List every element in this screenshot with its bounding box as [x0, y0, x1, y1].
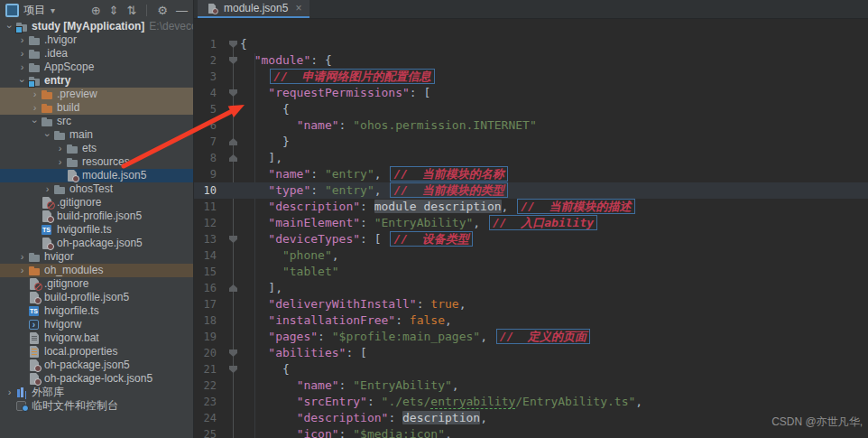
code-line-5[interactable]: 5 { — [194, 101, 868, 117]
chevron-collapsed-icon[interactable]: › — [16, 33, 28, 47]
tree-row-oh-package.json5[interactable]: oh-package.json5 — [0, 359, 193, 372]
close-icon[interactable]: × — [295, 2, 301, 14]
gutter-fold-column — [217, 312, 240, 329]
code-line-9[interactable]: 9 "name": "entry", // 当前模块的名称 — [194, 166, 868, 182]
folder-icon — [41, 116, 54, 127]
chevron-collapsed-icon[interactable]: › — [4, 386, 15, 399]
code-area[interactable]: 1{2 "module": {3 // 申请网络图片的配置信息4 "reques… — [194, 19, 868, 438]
fold-marker-icon[interactable] — [229, 366, 237, 373]
tree-row--[interactable]: 临时文件和控制台 — [0, 399, 193, 413]
tree-row-build-profile.json5[interactable]: build-profile.json5 — [0, 210, 193, 223]
fold-marker-icon[interactable] — [229, 89, 237, 97]
chevron-expanded-icon[interactable]: › — [28, 116, 42, 127]
tree-row-.gitignore[interactable]: .gitignore — [0, 196, 193, 210]
tree-row-ohosTest[interactable]: ›ohosTest — [0, 182, 193, 196]
tree-row-.hvigor[interactable]: ›.hvigor — [0, 33, 193, 47]
code-line-12[interactable]: 12 "mainElement": "EntryAbility", // 入口a… — [194, 215, 868, 231]
tree-row-study-MyApplication-[interactable]: ›study [MyApplication]E:\deveco\study — [0, 20, 193, 33]
code-line-16[interactable]: 16 ], — [194, 280, 868, 296]
code-line-14[interactable]: 14 "phone", — [194, 247, 868, 264]
tree-row-build[interactable]: ›build — [0, 101, 193, 115]
chevron-collapsed-icon[interactable]: › — [16, 264, 28, 277]
tree-row-hvigorfile.ts[interactable]: hvigorfile.ts — [0, 304, 193, 318]
chevron-expanded-icon[interactable]: › — [15, 75, 29, 87]
chevron-down-icon[interactable]: ▾ — [51, 5, 55, 15]
tree-row-hvigorw[interactable]: hvigorw — [0, 318, 193, 331]
tree-row--[interactable]: ›外部库 — [0, 386, 193, 399]
code-line-24[interactable]: 24 "description": description, — [194, 410, 868, 426]
tree-row-oh_modules[interactable]: ›oh_modules — [0, 264, 193, 277]
chevron-collapsed-icon[interactable]: › — [16, 47, 28, 61]
chevron-collapsed-icon[interactable]: › — [42, 182, 53, 196]
code-token: : — [310, 167, 325, 181]
tree-row-hvigorfile.ts[interactable]: hvigorfile.ts — [0, 223, 193, 237]
tree-row-oh-package.json5[interactable]: oh-package.json5 — [0, 237, 193, 250]
fold-marker-icon[interactable] — [229, 57, 237, 64]
code-line-10[interactable]: 10 "type": "entry", // 当前模块的类型 — [194, 182, 868, 199]
code-line-23[interactable]: 23 "srcEntry": "./ets/entryability/Entry… — [194, 394, 868, 410]
locate-icon[interactable]: ⊕ — [91, 4, 101, 17]
code-token — [240, 265, 282, 278]
tree-row-AppScope[interactable]: ›AppScope — [0, 61, 193, 74]
fold-marker-icon[interactable] — [229, 138, 237, 145]
code-line-22[interactable]: 22 "name": "EntryAbility", — [194, 377, 868, 394]
code-line-21[interactable]: 21 { — [194, 361, 868, 377]
code-line-17[interactable]: 17 "deliveryWithInstall": true, — [194, 296, 868, 312]
fold-marker-icon[interactable] — [229, 284, 237, 292]
json5-icon — [41, 238, 54, 249]
tree-row-label: 外部库 — [32, 386, 64, 399]
tree-row-oh-package-lock.json5[interactable]: oh-package-lock.json5 — [0, 372, 193, 386]
fold-marker-icon[interactable] — [229, 154, 237, 162]
code-line-2[interactable]: 2 "module": { — [194, 52, 868, 69]
code-token: , — [480, 330, 494, 343]
tree-row-hvigorw.bat[interactable]: hvigorw.bat — [0, 331, 193, 345]
tree-row-label: .preview — [57, 88, 97, 101]
code-line-4[interactable]: 4 "requestPermissions": [ — [194, 85, 868, 101]
code-line-8[interactable]: 8 ], — [194, 150, 868, 166]
code-line-25[interactable]: 25 "icon": "$media:icon", — [194, 426, 868, 438]
chevron-expanded-icon[interactable]: › — [3, 21, 16, 33]
tree-row-.gitignore[interactable]: .gitignore — [0, 277, 193, 291]
expand-all-icon[interactable]: ⇕ — [109, 4, 119, 17]
chevron-collapsed-icon[interactable]: › — [16, 61, 28, 74]
tree-row-ets[interactable]: ›ets — [0, 142, 193, 155]
tree-row-build-profile.json5[interactable]: build-profile.json5 — [0, 291, 193, 304]
code-line-7[interactable]: 7 } — [194, 134, 868, 150]
chevron-collapsed-icon[interactable]: › — [29, 101, 41, 115]
code-line-15[interactable]: 15 "tablet" — [194, 264, 868, 280]
tree-row-.idea[interactable]: ›.idea — [0, 47, 193, 61]
code-line-13[interactable]: 13 "deviceTypes": [ // 设备类型 — [194, 231, 868, 247]
chevron-collapsed-icon[interactable]: › — [29, 88, 41, 101]
fold-marker-icon[interactable] — [229, 349, 237, 357]
code-line-19[interactable]: 19 "pages": "$profile:main_pages", // 定义… — [194, 329, 868, 345]
code-text: "deviceTypes": [ // 设备类型 — [240, 231, 473, 247]
tree-row-entry[interactable]: ›entry — [0, 74, 193, 88]
code-token: "tablet" — [282, 265, 339, 278]
code-line-1[interactable]: 1{ — [194, 36, 868, 52]
tab-module-json5[interactable]: module.json5 × — [198, 0, 309, 18]
chevron-collapsed-icon[interactable]: › — [16, 250, 28, 264]
tree-row-local.properties[interactable]: local.properties — [0, 345, 193, 359]
tree-row-main[interactable]: ›main — [0, 128, 193, 142]
gutter-fold-column — [217, 166, 240, 182]
fold-marker-icon[interactable] — [229, 41, 237, 48]
code-line-6[interactable]: 6 "name": "ohos.permission.INTERNET" — [194, 117, 868, 134]
code-token: "name" — [297, 118, 339, 132]
hide-panel-icon[interactable]: — — [176, 4, 188, 17]
tree-row-.preview[interactable]: ›.preview — [0, 88, 193, 101]
collapse-all-icon[interactable]: ⇅ — [126, 4, 136, 17]
chevron-collapsed-icon[interactable]: › — [54, 155, 66, 169]
code-line-20[interactable]: 20 "abilities": [ — [194, 345, 868, 361]
annotation-comment: // 申请网络图片的配置信息 — [270, 69, 434, 84]
code-line-11[interactable]: 11 "description": module description, //… — [194, 199, 868, 215]
code-line-3[interactable]: 3 // 申请网络图片的配置信息 — [194, 69, 868, 85]
tree-row-resources[interactable]: ›resources — [0, 155, 193, 169]
settings-gear-icon[interactable]: ⚙ — [157, 4, 168, 17]
chevron-collapsed-icon[interactable]: › — [54, 142, 66, 155]
code-line-18[interactable]: 18 "installationFree": false, — [194, 312, 868, 329]
chevron-expanded-icon[interactable]: › — [41, 129, 54, 141]
tree-row-hvigor[interactable]: ›hvigor — [0, 250, 193, 264]
fold-marker-icon[interactable] — [229, 236, 237, 243]
tree-row-src[interactable]: ›src — [0, 115, 193, 128]
tree-row-module.json5[interactable]: module.json5 — [0, 169, 193, 182]
